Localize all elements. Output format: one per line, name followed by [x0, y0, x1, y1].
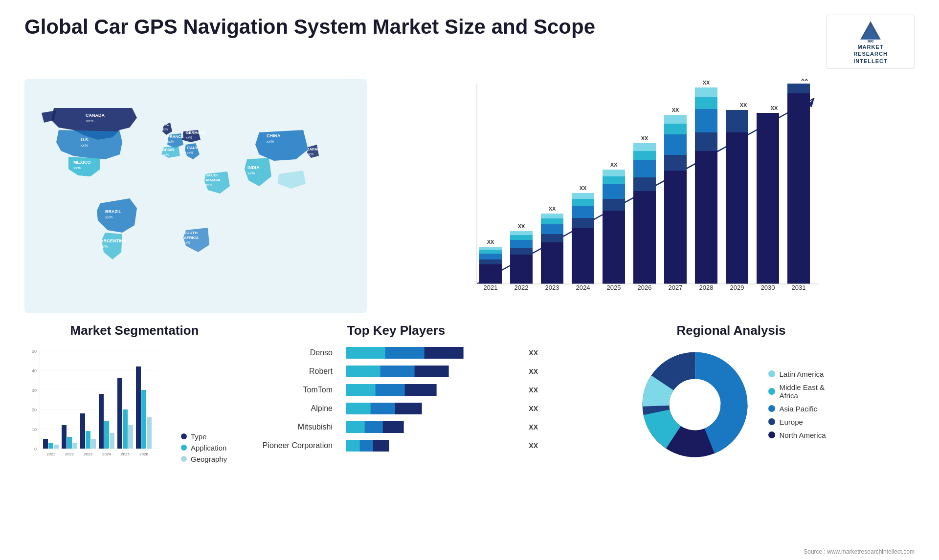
svg-rect-40 — [541, 218, 563, 224]
segmentation-chart: 0 10 20 30 40 50 2021 2022 — [24, 346, 161, 463]
india-label: INDIA — [247, 165, 260, 170]
france-label: FRANCE — [167, 134, 184, 139]
svg-rect-146 — [346, 440, 360, 452]
svg-rect-46 — [572, 206, 594, 218]
svg-text:ARABIA: ARABIA — [205, 178, 221, 182]
svg-rect-87 — [787, 84, 810, 93]
svg-rect-52 — [603, 199, 625, 211]
svg-text:2021: 2021 — [484, 284, 498, 291]
page-container: Global Car GPS Navigation System Market … — [0, 0, 939, 560]
svg-text:xx%: xx% — [105, 215, 112, 219]
canada-label: CANADA — [86, 113, 105, 118]
logo-text: MARKET RESEARCH INTELLECT — [853, 43, 888, 65]
player-row-pioneer: Pioneer Corporation XX — [254, 439, 538, 452]
svg-rect-105 — [43, 439, 48, 449]
svg-rect-62 — [633, 143, 656, 151]
top-row: CANADA xx% U.S. xx% MEXICO xx% BRAZIL xx… — [24, 79, 915, 313]
segmentation-title: Market Segmentation — [24, 323, 245, 338]
svg-text:XX: XX — [672, 107, 679, 113]
svg-rect-86 — [787, 93, 810, 284]
svg-rect-25 — [479, 254, 502, 259]
svg-rect-74 — [695, 109, 717, 132]
segmentation-section: Market Segmentation 0 10 20 30 40 — [24, 323, 245, 463]
svg-text:AFRICA: AFRICA — [184, 236, 199, 240]
svg-rect-24 — [479, 259, 502, 264]
svg-rect-54 — [603, 176, 625, 184]
svg-rect-125 — [136, 366, 141, 449]
source-text: Source : www.marketresearchintellect.com — [804, 548, 915, 555]
svg-text:xx%: xx% — [184, 241, 190, 244]
svg-text:10: 10 — [32, 427, 37, 432]
svg-text:XX: XX — [771, 105, 778, 111]
svg-rect-38 — [541, 234, 563, 242]
svg-text:xx%: xx% — [86, 119, 93, 123]
svg-rect-140 — [346, 403, 371, 414]
svg-rect-113 — [80, 413, 85, 449]
player-value-pioneer: XX — [529, 442, 538, 450]
svg-text:xx%: xx% — [205, 183, 212, 187]
svg-text:xx%: xx% — [267, 139, 274, 144]
header: Global Car GPS Navigation System Market … — [24, 15, 915, 69]
svg-rect-44 — [572, 228, 594, 284]
player-name-alpine: Alpine — [254, 404, 333, 413]
svg-rect-114 — [86, 431, 90, 449]
svg-rect-127 — [147, 417, 152, 449]
svg-text:2023: 2023 — [545, 284, 559, 291]
player-bar-alpine — [337, 402, 521, 415]
legend-label-mea: Middle East &Africa — [779, 383, 825, 400]
legend-label-latin: Latin America — [779, 370, 824, 378]
svg-text:XX: XX — [549, 206, 556, 212]
svg-text:xx%: xx% — [187, 151, 193, 154]
svg-text:40: 40 — [32, 368, 37, 373]
svg-text:2024: 2024 — [576, 284, 590, 291]
svg-point-152 — [670, 379, 720, 430]
svg-rect-47 — [572, 199, 594, 206]
player-value-robert: XX — [529, 367, 538, 375]
svg-rect-121 — [117, 378, 122, 449]
mexico-label: MEXICO — [73, 160, 91, 165]
svg-rect-39 — [541, 224, 563, 234]
seg-legend: Type Application Geography — [171, 432, 227, 463]
svg-rect-134 — [346, 366, 380, 377]
player-name-mitsubishi: Mitsubishi — [254, 423, 333, 431]
svg-rect-34 — [510, 231, 533, 235]
svg-rect-115 — [91, 439, 96, 449]
svg-rect-75 — [695, 97, 717, 109]
svg-rect-58 — [633, 191, 656, 284]
regional-container: Latin America Middle East &Africa Asia P… — [548, 346, 915, 463]
svg-rect-122 — [123, 409, 128, 449]
uk-label: U.K. — [161, 122, 169, 127]
player-row-alpine: Alpine XX — [254, 402, 538, 415]
svg-text:2024: 2024 — [102, 452, 111, 456]
svg-text:2027: 2027 — [669, 284, 683, 291]
player-value-denso: XX — [529, 349, 538, 357]
svg-text:xx%: xx% — [247, 171, 255, 175]
players-list: Denso XX Robert — [254, 346, 538, 452]
svg-rect-119 — [110, 433, 114, 449]
player-row-mitsubishi: Mitsubishi XX — [254, 420, 538, 434]
svg-text:XX: XX — [518, 223, 525, 229]
svg-text:2026: 2026 — [139, 452, 148, 456]
bottom-row: Market Segmentation 0 10 20 30 40 — [24, 323, 915, 463]
svg-rect-73 — [695, 132, 717, 151]
svg-text:xx%: xx% — [161, 128, 168, 131]
seg-legend-app: Application — [181, 444, 227, 452]
legend-middle-east: Middle East &Africa — [768, 383, 826, 400]
market-chart-svg: 2021 XX 2022 XX 2023 XX — [381, 79, 915, 313]
players-section: Top Key Players Denso XX — [254, 323, 538, 463]
svg-text:2025: 2025 — [607, 284, 621, 291]
svg-text:MRI: MRI — [868, 40, 873, 43]
svg-rect-53 — [603, 184, 625, 199]
map-section: CANADA xx% U.S. xx% MEXICO xx% BRAZIL xx… — [24, 79, 367, 313]
svg-text:XX: XX — [487, 239, 494, 245]
svg-rect-32 — [510, 240, 533, 248]
legend-label-na: North America — [779, 431, 826, 439]
svg-rect-126 — [141, 390, 146, 449]
legend-latin-america: Latin America — [768, 370, 826, 378]
legend-north-america: North America — [768, 431, 826, 439]
svg-text:XX: XX — [801, 79, 808, 82]
player-row-denso: Denso XX — [254, 346, 538, 360]
svg-rect-72 — [695, 151, 717, 284]
player-name-pioneer: Pioneer Corporation — [254, 441, 333, 450]
player-bar-robert — [337, 365, 521, 378]
